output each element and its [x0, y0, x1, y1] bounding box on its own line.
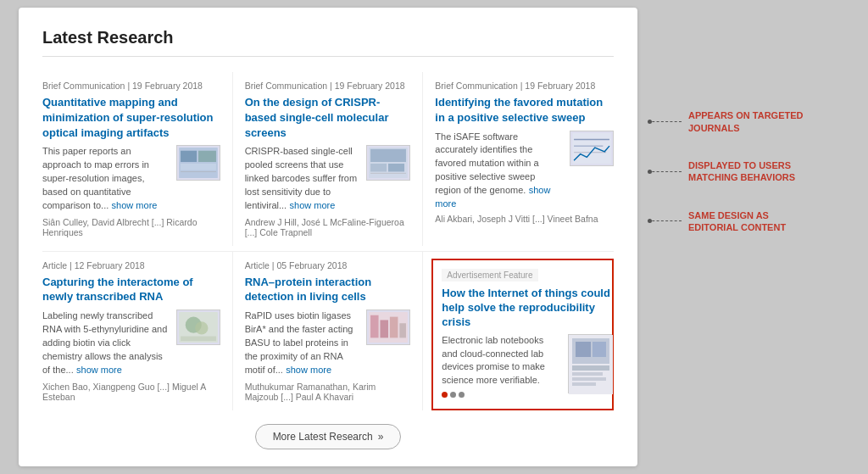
article-thumbnail [366, 309, 410, 345]
article-text: This paper reports an approach to map er… [42, 145, 170, 213]
research-card: Latest Research Brief Communication | 19… [19, 8, 637, 466]
ad-thumbnail [568, 334, 612, 393]
annotation-line-3 [648, 220, 682, 221]
annotation-line-1 [648, 121, 682, 122]
article-thumbnail [570, 131, 614, 166]
svg-rect-29 [572, 377, 606, 381]
article-text: The iSAFE software accurately identifies… [435, 131, 563, 210]
article-item: Brief Communication | 19 February 2018 I… [423, 72, 614, 245]
article-authors: Andrew J Hill, José L McFaline-Figueroa … [245, 217, 411, 237]
dot-2 [450, 392, 456, 398]
svg-rect-27 [572, 365, 609, 371]
annotation-line-2 [648, 171, 682, 172]
article-title[interactable]: On the design of CRISPR-based single-cel… [245, 95, 411, 140]
svg-rect-30 [572, 382, 596, 386]
article-title[interactable]: Quantitative mapping and minimization of… [42, 95, 220, 140]
show-more-link[interactable]: show more [290, 200, 336, 210]
svg-rect-1 [181, 151, 197, 162]
article-body: The iSAFE software accurately identifies… [435, 131, 614, 210]
article-title[interactable]: Identifying the favored mutation in a po… [435, 95, 614, 125]
show-more-link[interactable]: show more [76, 365, 122, 375]
article-meta: Brief Communication | 19 February 2018 [435, 81, 614, 91]
ad-dots [442, 392, 561, 398]
article-meta: Brief Communication | 19 February 2018 [245, 81, 411, 91]
article-body: This paper reports an approach to map er… [42, 145, 220, 213]
svg-rect-17 [181, 336, 216, 341]
advertisement-card: Advertisement Feature How the Internet o… [431, 259, 614, 410]
svg-rect-6 [370, 149, 406, 162]
svg-rect-26 [593, 342, 606, 357]
article-authors: Xichen Bao, Xiangpeng Guo [...] Miguel A… [42, 382, 220, 402]
ad-title[interactable]: How the Internet of things could help so… [442, 287, 612, 330]
article-meta: Article | 12 February 2018 [42, 260, 220, 270]
article-title[interactable]: RNA–protein interaction detection in liv… [245, 275, 411, 304]
ad-body: Electronic lab notebooks and cloud-conne… [442, 334, 612, 398]
svg-point-16 [195, 321, 208, 334]
dot-3 [459, 392, 465, 398]
svg-rect-8 [388, 164, 404, 172]
article-authors: Muthukumar Ramanathan, Karim Majzoub [..… [245, 382, 411, 402]
annotation-1: APPEARS ON TARGETED JOURNALS [648, 109, 807, 134]
article-authors: Ali Akbari, Joseph J Vitti [...] Vineet … [435, 214, 614, 224]
svg-rect-28 [572, 372, 603, 376]
section-title: Latest Research [42, 28, 614, 57]
annotation-2: DISPLAYED TO USERS MATCHING BEHAVIORS [648, 159, 807, 184]
article-authors: Siân Culley, David Albrecht [...] Ricard… [42, 217, 220, 237]
svg-rect-19 [370, 315, 379, 338]
svg-rect-25 [576, 342, 591, 357]
article-item: Article | 12 February 2018 Capturing the… [42, 252, 233, 410]
top-articles-grid: Brief Communication | 19 February 2018 Q… [42, 72, 614, 245]
article-thumbnail [366, 145, 410, 181]
svg-rect-10 [572, 132, 611, 163]
article-text: Labeling newly transcribed RNA with 5-et… [42, 309, 170, 377]
show-more-link[interactable]: show more [112, 200, 158, 210]
svg-rect-22 [400, 323, 407, 337]
article-thumbnail [176, 145, 220, 181]
svg-rect-21 [390, 316, 398, 337]
annotation-text-2: DISPLAYED TO USERS MATCHING BEHAVIORS [688, 159, 807, 184]
ad-label: Advertisement Feature [442, 269, 537, 282]
more-latest-research-button[interactable]: More Latest Research » [255, 424, 402, 449]
article-meta: Brief Communication | 19 February 2018 [42, 81, 220, 91]
annotation-text-1: APPEARS ON TARGETED JOURNALS [688, 109, 807, 134]
show-more-link[interactable]: show more [286, 365, 331, 375]
annotations-panel: APPEARS ON TARGETED JOURNALS DISPLAYED T… [648, 8, 807, 233]
article-item: Article | 05 February 2018 RNA–protein i… [233, 252, 424, 410]
annotation-3: SAME DESIGN AS EDITORIAL CONTENT [648, 209, 807, 234]
annotation-text-3: SAME DESIGN AS EDITORIAL CONTENT [688, 209, 807, 234]
article-body: Labeling newly transcribed RNA with 5-et… [42, 309, 220, 377]
article-thumbnail [176, 309, 220, 345]
article-title[interactable]: Capturing the interactome of newly trans… [42, 275, 220, 304]
article-item: Brief Communication | 19 February 2018 Q… [42, 72, 233, 245]
bottom-articles-grid: Article | 12 February 2018 Capturing the… [42, 251, 614, 410]
dot-1 [442, 392, 448, 398]
more-button-row: More Latest Research » [42, 424, 614, 449]
article-text: RaPID uses biotin ligases BirA* and the … [245, 309, 360, 377]
svg-rect-20 [381, 320, 389, 337]
article-item: Brief Communication | 19 February 2018 O… [233, 72, 424, 245]
article-text: CRISPR-based single-cell pooled screens … [245, 145, 360, 213]
svg-rect-2 [198, 151, 216, 162]
article-body: CRISPR-based single-cell pooled screens … [245, 145, 411, 213]
article-body: RaPID uses biotin ligases BirA* and the … [245, 309, 411, 377]
article-meta: Article | 05 February 2018 [245, 260, 411, 270]
svg-rect-3 [181, 164, 216, 170]
ad-text-content: Electronic lab notebooks and cloud-conne… [442, 334, 561, 398]
svg-rect-7 [370, 164, 387, 172]
